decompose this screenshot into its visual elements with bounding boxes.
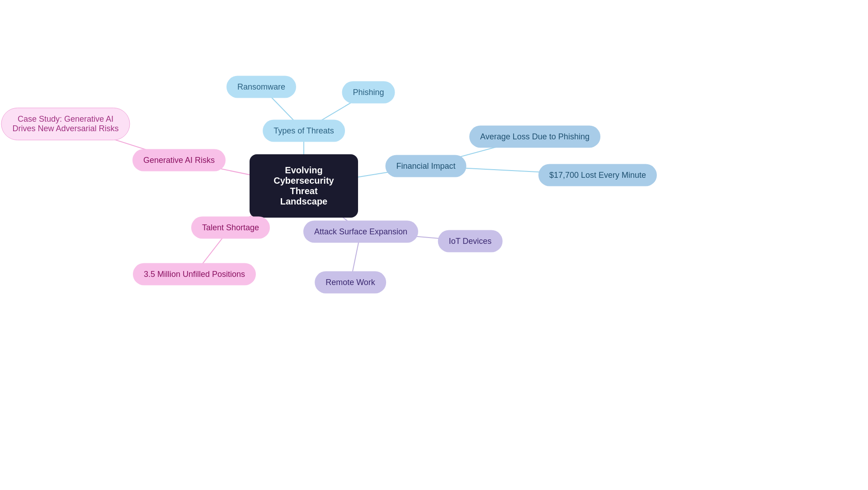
node-label-avgLoss: Average Loss Due to Phishing [480,132,590,142]
node-label-talentShortage: Talent Shortage [202,223,259,233]
node-label-unfilled: 3.5 Million Unfilled Positions [144,270,245,279]
node-lost[interactable]: $17,700 Lost Every Minute [538,164,657,186]
node-remoteWork[interactable]: Remote Work [315,271,386,294]
node-label-phishing: Phishing [353,88,384,97]
node-ransomware[interactable]: Ransomware [226,76,296,98]
node-phishing[interactable]: Phishing [342,81,395,104]
node-label-iot: IoT Devices [449,237,492,246]
node-center[interactable]: Evolving Cybersecurity ThreatLandscape [250,154,358,218]
node-attackSurface[interactable]: Attack Surface Expansion [303,221,418,243]
node-label-lost: $17,700 Lost Every Minute [549,171,646,180]
node-financialImpact[interactable]: Financial Impact [385,155,466,177]
node-label-caseStudy: Case Study: Generative AIDrives New Adve… [12,114,118,133]
node-label-attackSurface: Attack Surface Expansion [314,227,407,237]
node-talentShortage[interactable]: Talent Shortage [191,217,270,239]
node-label-remoteWork: Remote Work [326,278,375,287]
node-label-center: Evolving Cybersecurity ThreatLandscape [262,165,345,207]
node-unfilled[interactable]: 3.5 Million Unfilled Positions [133,263,256,285]
node-label-typesOfThreats: Types of Threats [274,126,334,136]
node-label-genAI: Generative AI Risks [143,156,215,165]
node-caseStudy[interactable]: Case Study: Generative AIDrives New Adve… [1,108,130,140]
node-avgLoss[interactable]: Average Loss Due to Phishing [469,126,600,148]
node-typesOfThreats[interactable]: Types of Threats [263,120,345,142]
node-label-financialImpact: Financial Impact [396,162,455,171]
node-iot[interactable]: IoT Devices [438,230,503,252]
node-genAI[interactable]: Generative AI Risks [132,149,226,171]
node-label-ransomware: Ransomware [237,82,285,92]
